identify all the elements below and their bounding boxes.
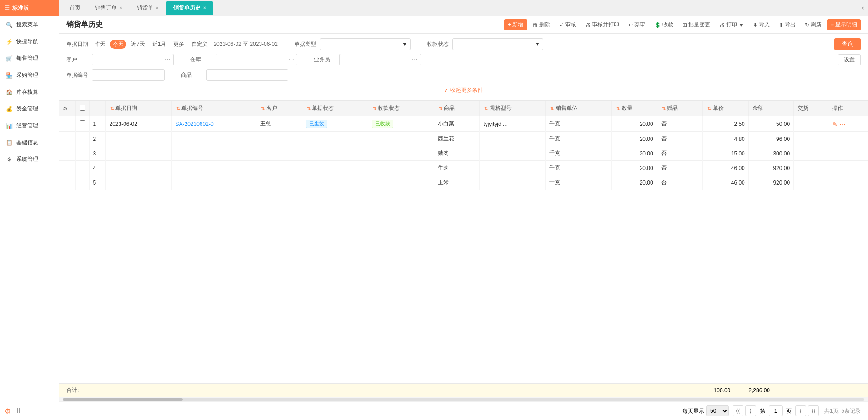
sidebar-item-inventory-calc[interactable]: 🏠 库存核算 xyxy=(0,84,59,100)
filter-salesperson-input-wrap: ··· xyxy=(339,54,421,65)
th-doc-no[interactable]: ⇅ 单据编号 xyxy=(171,101,256,116)
settings-button[interactable]: 设置 xyxy=(838,54,861,65)
sidebar-settings-icon[interactable]: ⚙ xyxy=(5,407,11,415)
filter-payment-select[interactable]: ▼ xyxy=(452,38,543,50)
abandon-button[interactable]: ↩ 弃审 xyxy=(625,19,649,30)
select-all-checkbox[interactable] xyxy=(80,105,85,111)
query-button[interactable]: 查询 xyxy=(834,38,861,50)
import-button[interactable]: ⬇ 导入 xyxy=(749,19,773,30)
tab-delivery-history[interactable]: 销货单历史 × xyxy=(166,1,213,15)
cell-amount: 920.00 xyxy=(748,161,793,175)
th-spec[interactable]: ⇅ 规格型号 xyxy=(480,101,546,116)
warehouse-ellipsis-btn[interactable]: ··· xyxy=(288,56,294,63)
th-goods[interactable]: ⇅ 商品 xyxy=(434,101,480,116)
edit-action-btn[interactable]: ✎ xyxy=(832,120,838,128)
th-price[interactable]: ⇅ 单价 xyxy=(703,101,749,116)
cell-unit: 千克 xyxy=(546,161,612,175)
th-customer[interactable]: ⇅ 客户 xyxy=(256,101,302,116)
cell-trade xyxy=(794,146,828,161)
date-btn-yesterday[interactable]: 昨天 xyxy=(92,40,108,49)
tab-sales-order[interactable]: 销售订单 × xyxy=(88,1,129,15)
th-gift[interactable]: ⇅ 赠品 xyxy=(657,101,703,116)
date-btn-today[interactable]: 今天 xyxy=(110,40,126,49)
cell-checkbox xyxy=(75,132,89,146)
batch-change-button[interactable]: ⊞ 批量变更 xyxy=(679,19,714,30)
th-actions: 操作 xyxy=(828,101,868,116)
sidebar-item-basic-info[interactable]: 📋 基础信息 xyxy=(0,134,59,151)
collapse-btn[interactable]: ∧ 收起更多条件 xyxy=(66,85,861,96)
page-input[interactable] xyxy=(769,405,783,416)
cell-rowno: 5 xyxy=(89,175,105,190)
page-size-dropdown[interactable]: 50 100 200 xyxy=(706,405,729,416)
sidebar-item-finance-mgmt[interactable]: 💰 资金管理 xyxy=(0,100,59,117)
filter-warehouse-label: 仓库 xyxy=(190,56,213,64)
more-action-btn[interactable]: ⋯ xyxy=(839,120,846,128)
audit-print-button[interactable]: 🖨 审核并打印 xyxy=(582,19,623,30)
collect-button[interactable]: 💲 收款 xyxy=(651,19,677,30)
filter-doc-type-select[interactable]: ▼ xyxy=(320,38,411,50)
tab-delivery-history-close[interactable]: × xyxy=(203,5,206,10)
sidebar-item-quick-nav[interactable]: ⚡ 快捷导航 xyxy=(0,33,59,50)
cell-price: 15.00 xyxy=(703,146,749,161)
sort-icon-10: ⇅ xyxy=(662,106,666,111)
filter-goods-input[interactable] xyxy=(210,72,279,78)
cell-doc-date xyxy=(105,132,171,146)
show-detail-button[interactable]: ≡ 显示明细 xyxy=(827,19,861,30)
print-button[interactable]: 🖨 打印 ▼ xyxy=(716,19,748,30)
th-settings[interactable]: ⚙ xyxy=(59,101,75,116)
chevron-down-icon-2: ▼ xyxy=(535,41,540,47)
date-btn-more[interactable]: 更多 xyxy=(171,40,187,49)
th-pay-status[interactable]: ⇅ 收款状态 xyxy=(368,101,434,116)
cell-price: 46.00 xyxy=(703,175,749,190)
gear-icon: ⚙ xyxy=(5,156,13,163)
th-unit[interactable]: ⇅ 销售单位 xyxy=(546,101,612,116)
row-checkbox[interactable] xyxy=(80,120,85,126)
sidebar-collapse-icon[interactable]: ⏸ xyxy=(15,407,22,415)
tab-sales-order-close[interactable]: × xyxy=(120,5,122,10)
salesperson-ellipsis-btn[interactable]: ··· xyxy=(412,56,418,63)
tab-home[interactable]: 首页 xyxy=(63,1,87,15)
filter-salesperson-input[interactable] xyxy=(342,56,412,63)
sidebar-item-purchase-mgmt[interactable]: 🏪 采购管理 xyxy=(0,67,59,84)
cell-actions xyxy=(828,161,868,175)
main-content: 首页 销售订单 × 销货单 × 销货单历史 × × 销货单历史 + 新增 🗑 删… xyxy=(59,0,868,420)
last-page-btn[interactable]: ⟩⟩ xyxy=(808,405,819,416)
scroll-thumb[interactable] xyxy=(63,398,183,401)
filter-docno-group: 单据编号 xyxy=(66,69,165,81)
new-button[interactable]: + 新增 xyxy=(504,19,527,30)
th-qty[interactable]: ⇅ 数量 xyxy=(612,101,657,116)
cell-doc-status: 已生效 xyxy=(302,116,368,132)
sidebar-item-sys-mgmt[interactable]: ⚙ 系统管理 xyxy=(0,151,59,168)
audit-button[interactable]: ✓ 审核 xyxy=(556,19,580,30)
goods-ellipsis-btn[interactable]: ··· xyxy=(279,71,285,79)
prev-page-btn[interactable]: ⟨ xyxy=(745,405,756,416)
first-page-btn[interactable]: ⟨⟨ xyxy=(733,405,743,416)
date-btn-custom[interactable]: 自定义 xyxy=(189,40,211,49)
th-doc-status[interactable]: ⇅ 单据状态 xyxy=(302,101,368,116)
collect-icon: 💲 xyxy=(654,22,661,28)
sidebar-item-sales-mgmt[interactable]: 🛒 销售管理 xyxy=(0,50,59,67)
filter-warehouse-input[interactable] xyxy=(219,56,288,63)
sidebar-item-search-menu[interactable]: 🔍 搜索菜单 xyxy=(0,16,59,33)
date-btn-7days[interactable]: 近7天 xyxy=(128,40,148,49)
next-page-btn[interactable]: ⟩ xyxy=(795,405,806,416)
tab-delivery-close[interactable]: × xyxy=(156,5,159,10)
chart-icon: 📊 xyxy=(5,122,13,130)
th-doc-date[interactable]: ⇅ 单据日期 xyxy=(105,101,171,116)
filter-docno-input[interactable] xyxy=(92,69,165,81)
customer-ellipsis-btn[interactable]: ··· xyxy=(165,56,171,63)
doc-no-link[interactable]: SA-20230602-0 xyxy=(176,121,214,127)
tab-delivery[interactable]: 销货单 × xyxy=(130,1,166,15)
tab-bar-close-all[interactable]: × xyxy=(861,5,864,11)
refresh-button[interactable]: ↻ 刷新 xyxy=(801,19,825,30)
cell-trade xyxy=(794,116,828,132)
sidebar-item-ops-mgmt[interactable]: 📊 经营管理 xyxy=(0,117,59,134)
export-button[interactable]: ⬆ 导出 xyxy=(775,19,799,30)
pagination: 每页显示 50 100 200 ⟨⟨ ⟨ 第 页 ⟩ ⟩⟩ 共1页, 5条记录 xyxy=(59,401,868,420)
filter-customer-input[interactable] xyxy=(95,56,165,63)
delete-button[interactable]: 🗑 删除 xyxy=(529,19,554,30)
date-btn-1month[interactable]: 近1月 xyxy=(150,40,169,49)
cell-rowno: 4 xyxy=(89,161,105,175)
scroll-track[interactable] xyxy=(63,398,864,401)
batch-icon: ⊞ xyxy=(682,22,687,28)
